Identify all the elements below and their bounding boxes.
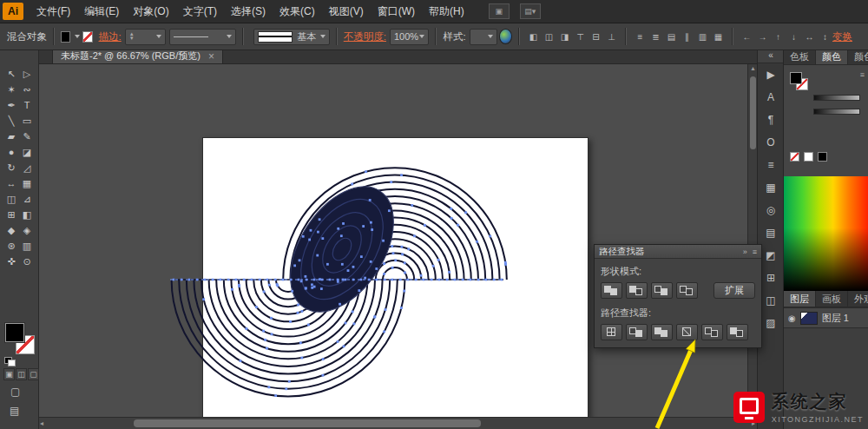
divide-button[interactable] <box>601 324 622 340</box>
panel-tab-bottom-2[interactable]: 画板 <box>816 291 848 307</box>
hand-tool[interactable]: ✜ <box>3 254 19 269</box>
dock-symbols-panel-icon[interactable]: ▶ <box>758 63 784 86</box>
lasso-tool[interactable]: ∾ <box>19 82 35 97</box>
zoom-tool[interactable]: ⊙ <box>19 254 35 269</box>
menu-item-4[interactable]: 文字(T) <box>176 0 224 23</box>
eyedropper-tool[interactable]: ◆ <box>3 222 19 238</box>
align-vertical-bottom-icon[interactable]: ⊥ <box>604 30 619 43</box>
panel-menu-icon[interactable]: ≡ <box>753 248 757 256</box>
symbol-sprayer-tool[interactable]: ⊛ <box>3 238 19 254</box>
menu-item-3[interactable]: 对象(O) <box>126 0 175 23</box>
dock-paragraph-panel-icon[interactable]: ¶ <box>758 109 784 131</box>
exclude-button[interactable] <box>676 282 698 299</box>
free-transform-tool[interactable]: ▦ <box>19 175 35 191</box>
merge-button[interactable] <box>651 324 673 340</box>
black-swatch[interactable] <box>818 152 827 162</box>
horizontal-scrollbar[interactable]: ◂ ▸ <box>38 417 757 429</box>
distribute-center-icon[interactable]: ≣ <box>648 30 663 43</box>
pencil-tool[interactable]: ✎ <box>19 129 35 144</box>
unite-button[interactable] <box>601 282 622 299</box>
magic-wand-tool[interactable]: ✶ <box>3 82 19 97</box>
transform-link[interactable]: 变换 <box>832 30 852 43</box>
fill-color-swatch[interactable] <box>61 31 70 43</box>
layer-row[interactable]: ◉ 图层 1 <box>784 307 868 328</box>
recolor-artwork-icon[interactable] <box>499 29 512 44</box>
distribute-left-icon[interactable]: ∥ <box>680 30 694 43</box>
menu-item-5[interactable]: 选择(S) <box>224 0 273 23</box>
line-segment-tool[interactable]: ╲ <box>3 113 19 129</box>
dock-character-panel-icon[interactable]: A <box>758 86 784 109</box>
stroke-weight-stepper[interactable]: ▲▼ <box>129 32 135 41</box>
panel-tab-bottom-3[interactable]: 外观 <box>848 291 868 307</box>
stroke-link[interactable]: 描边: <box>99 30 122 43</box>
scroll-left-icon[interactable]: ◂ <box>40 418 43 429</box>
dock-expand-icon[interactable]: « <box>758 49 784 63</box>
perspective-grid-tool[interactable]: ⊿ <box>19 191 35 207</box>
align-vertical-top-icon[interactable]: ⊤ <box>573 30 588 43</box>
blob-brush-tool[interactable]: ● <box>3 144 19 160</box>
minus-front-button[interactable] <box>626 282 648 299</box>
dock-gradient-panel-icon[interactable]: ◎ <box>758 199 784 221</box>
opacity-link[interactable]: 不透明度: <box>344 30 386 43</box>
intersect-button[interactable] <box>651 282 673 299</box>
white-swatch[interactable] <box>804 152 813 162</box>
trim-button[interactable] <box>626 324 648 340</box>
column-graph-tool[interactable]: ▥ <box>19 238 35 254</box>
dock-stroke-panel-icon[interactable]: ▤ <box>758 221 784 244</box>
mesh-tool[interactable]: ⊞ <box>3 207 19 222</box>
document-tab[interactable]: 未标题-2* @ 66.67% (RGB/预览) × <box>52 49 223 63</box>
variable-width-profile-combo[interactable] <box>169 29 236 45</box>
menu-item-6[interactable]: 效果(C) <box>273 0 322 23</box>
brush-definition-combo[interactable]: 基本 <box>253 29 330 45</box>
panel-tab-1[interactable]: 色板 <box>784 49 816 64</box>
none-swatch[interactable] <box>790 152 799 162</box>
menu-item-9[interactable]: 帮助(H) <box>422 0 471 23</box>
draw-mode-icon-1[interactable]: ▣ <box>3 368 15 380</box>
align-horizontal-center-icon[interactable]: ◫ <box>542 30 556 43</box>
eraser-tool[interactable]: ◪ <box>19 144 35 160</box>
shape-builder-tool[interactable]: ◫ <box>3 191 19 207</box>
stroke-color-swatch[interactable] <box>82 31 92 43</box>
direct-selection-tool[interactable]: ▷ <box>19 66 35 82</box>
color-spectrum[interactable] <box>784 176 868 291</box>
move-down-icon[interactable]: ↓ <box>786 30 801 43</box>
collapse-panel-icon[interactable]: ▤ <box>10 405 19 417</box>
opacity-combo[interactable]: 100% <box>390 29 429 45</box>
width-tool[interactable]: ↔ <box>3 175 19 191</box>
distribute-middle-icon[interactable]: ▥ <box>695 30 710 43</box>
vertical-scroll-thumb[interactable] <box>750 76 756 149</box>
panel-menu-icon[interactable]: ≡ <box>860 70 865 79</box>
color-slider[interactable] <box>813 109 860 115</box>
outline-button[interactable] <box>701 324 723 340</box>
resize-vertical-icon[interactable]: ↕ <box>818 30 832 43</box>
paintbrush-tool[interactable]: ▰ <box>3 129 19 144</box>
crop-button[interactable] <box>676 324 698 340</box>
pen-tool[interactable]: ✒ <box>3 97 19 113</box>
selection-tool[interactable]: ↖ <box>3 66 19 82</box>
resize-horizontal-icon[interactable]: ↔ <box>802 30 817 43</box>
distribute-top-icon[interactable]: ≡ <box>633 30 648 43</box>
collapse-chevrons-icon[interactable]: » <box>743 248 747 256</box>
gradient-tool[interactable]: ◧ <box>19 207 35 222</box>
mini-fill-swatch[interactable] <box>790 72 802 84</box>
dock-transparency-panel-icon[interactable]: ▦ <box>758 176 784 199</box>
horizontal-scroll-thumb[interactable] <box>134 419 481 427</box>
menu-item-1[interactable]: 文件(F) <box>30 0 77 23</box>
menu-item-8[interactable]: 窗口(W) <box>371 0 422 23</box>
menu-item-7[interactable]: 视图(V) <box>322 0 371 23</box>
dock-paragraph-styles-panel-icon[interactable]: ≡ <box>758 154 784 176</box>
rotate-tool[interactable]: ↻ <box>3 160 19 175</box>
rectangle-tool[interactable]: ▭ <box>19 113 35 129</box>
panel-tab-2[interactable]: 颜色 <box>816 49 848 64</box>
draw-mode-icon-2[interactable]: ◫ <box>16 368 27 380</box>
distribute-right-icon[interactable]: ▦ <box>711 30 726 43</box>
type-tool[interactable]: T <box>19 97 35 113</box>
dock-opentype-panel-icon[interactable]: O <box>758 131 784 154</box>
arrange-documents-icon[interactable]: ▣ <box>489 3 510 19</box>
layer-thumbnail[interactable] <box>800 312 818 325</box>
style-combo[interactable] <box>470 29 497 45</box>
tab-close-icon[interactable]: × <box>208 52 214 61</box>
stroke-weight-combo[interactable]: ▲▼ <box>125 29 166 45</box>
move-right-icon[interactable]: → <box>755 30 770 43</box>
color-slider[interactable] <box>813 95 860 101</box>
